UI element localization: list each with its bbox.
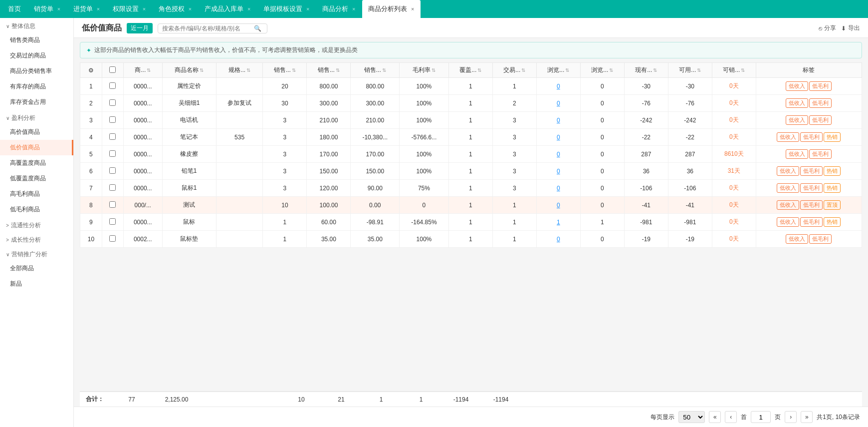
- row-checkbox[interactable]: [109, 150, 116, 157]
- col-code[interactable]: 商...⇅: [124, 63, 162, 78]
- sidebar-item-low-value[interactable]: 低价值商品: [0, 140, 73, 155]
- sidebar-group-growth[interactable]: > 成长性分析: [0, 232, 73, 246]
- export-button[interactable]: ⬇ 导出: [841, 24, 860, 32]
- sidebar-item-stock-funds[interactable]: 库存资金占用: [0, 94, 73, 110]
- col-name[interactable]: 商品名称⇅: [162, 63, 216, 78]
- cell-col11[interactable]: 0: [536, 78, 580, 95]
- sidebar-item-high-value[interactable]: 高价值商品: [0, 124, 73, 140]
- browse-link[interactable]: 0: [557, 185, 560, 192]
- browse-link[interactable]: 0: [557, 134, 560, 141]
- col-trade[interactable]: 交易...⇅: [492, 63, 536, 78]
- close-roles-icon[interactable]: ×: [189, 6, 192, 12]
- cell-checkbox[interactable]: [102, 214, 123, 231]
- cell-checkbox[interactable]: [102, 180, 123, 197]
- nav-product-analysis-list[interactable]: 商品分析列表 ×: [362, 0, 420, 18]
- col-margin[interactable]: 毛利率⇅: [400, 63, 449, 78]
- col-browse2[interactable]: 浏览...⇅: [580, 63, 624, 78]
- sidebar-item-category-sales[interactable]: 商品分类销售率: [0, 63, 73, 79]
- search-input[interactable]: [162, 25, 252, 32]
- browse-link[interactable]: 0: [557, 100, 560, 107]
- sidebar-item-traded-goods[interactable]: 交易过的商品: [0, 48, 73, 63]
- close-purchase-icon[interactable]: ×: [97, 6, 100, 12]
- select-all-checkbox[interactable]: [109, 66, 116, 73]
- cell-col11[interactable]: 0: [536, 231, 580, 248]
- sidebar-item-low-coverage[interactable]: 低覆盖度商品: [0, 171, 73, 186]
- close-permissions-icon[interactable]: ×: [143, 6, 146, 12]
- cell-col11[interactable]: 1: [536, 214, 580, 231]
- sidebar-group-overall[interactable]: ∨ 整体信息: [0, 18, 73, 32]
- next-page-button[interactable]: ›: [785, 411, 797, 423]
- browse-link[interactable]: 0: [557, 151, 560, 158]
- sidebar-item-sales-goods[interactable]: 销售类商品: [0, 32, 73, 48]
- col-browse1[interactable]: 浏览...⇅: [536, 63, 580, 78]
- row-checkbox[interactable]: [109, 82, 116, 89]
- cell-col11[interactable]: 0: [536, 129, 580, 146]
- cell-checkbox[interactable]: [102, 95, 123, 112]
- sidebar-item-all-goods[interactable]: 全部商品: [0, 261, 73, 276]
- sidebar-item-high-margin[interactable]: 高毛利商品: [0, 186, 73, 202]
- cell-checkbox[interactable]: [102, 78, 123, 95]
- first-page-button[interactable]: «: [709, 411, 721, 423]
- cell-checkbox[interactable]: [102, 197, 123, 214]
- nav-purchase[interactable]: 进货单 ×: [67, 0, 106, 18]
- col-checkbox[interactable]: [102, 63, 123, 78]
- close-templates-icon[interactable]: ×: [306, 6, 309, 12]
- browse-link[interactable]: 0: [557, 202, 560, 209]
- cell-col11[interactable]: 0: [536, 197, 580, 214]
- col-spec[interactable]: 规格...⇅: [216, 63, 263, 78]
- cell-checkbox[interactable]: [102, 163, 123, 180]
- col-settings[interactable]: ⚙: [80, 63, 102, 78]
- cell-col11[interactable]: 0: [536, 146, 580, 163]
- nav-permissions[interactable]: 权限设置 ×: [107, 0, 152, 18]
- close-products-in-icon[interactable]: ×: [247, 6, 250, 12]
- row-checkbox[interactable]: [109, 184, 116, 191]
- row-checkbox[interactable]: [109, 99, 116, 106]
- row-checkbox[interactable]: [109, 235, 116, 242]
- col-available-stock[interactable]: 可用...⇅: [668, 63, 712, 78]
- cell-checkbox[interactable]: [102, 146, 123, 163]
- cell-checkbox[interactable]: [102, 112, 123, 129]
- cell-col11[interactable]: 0: [536, 95, 580, 112]
- col-sales-amount[interactable]: 销售...⇅: [307, 63, 351, 78]
- search-icon[interactable]: 🔍: [254, 25, 261, 32]
- cell-checkbox[interactable]: [102, 129, 123, 146]
- nav-product-analysis[interactable]: 商品分析 ×: [316, 0, 361, 18]
- row-checkbox[interactable]: [109, 116, 116, 123]
- sidebar-item-low-margin[interactable]: 低毛利商品: [0, 202, 73, 217]
- sidebar-group-marketing[interactable]: ∨ 营销推广分析: [0, 246, 73, 261]
- browse-link[interactable]: 1: [557, 219, 560, 226]
- nav-home[interactable]: 首页: [2, 0, 27, 18]
- page-number-input[interactable]: [751, 411, 771, 423]
- row-checkbox[interactable]: [109, 201, 116, 208]
- nav-templates[interactable]: 单据模板设置 ×: [257, 0, 315, 18]
- browse-link[interactable]: 0: [557, 168, 560, 175]
- row-checkbox[interactable]: [109, 133, 116, 140]
- last-page-button[interactable]: »: [801, 411, 813, 423]
- cell-col11[interactable]: 0: [536, 163, 580, 180]
- browse-link[interactable]: 0: [557, 83, 560, 90]
- sidebar-item-high-coverage[interactable]: 高覆盖度商品: [0, 155, 73, 171]
- close-product-analysis-list-icon[interactable]: ×: [411, 6, 414, 12]
- col-sales-profit[interactable]: 销售...⇅: [351, 63, 400, 78]
- col-coverage[interactable]: 覆盖...⇅: [448, 63, 492, 78]
- browse-link[interactable]: 0: [557, 236, 560, 243]
- row-checkbox[interactable]: [109, 218, 116, 225]
- nav-products-in[interactable]: 产成品入库单 ×: [199, 0, 256, 18]
- cell-checkbox[interactable]: [102, 231, 123, 248]
- sidebar-group-profit[interactable]: ∨ 盈利分析: [0, 110, 73, 124]
- col-current-stock[interactable]: 现有...⇅: [624, 63, 668, 78]
- sidebar-group-circulation[interactable]: > 流通性分析: [0, 217, 73, 232]
- nav-sales[interactable]: 销货单 ×: [28, 0, 66, 18]
- close-product-analysis-icon[interactable]: ×: [352, 6, 355, 12]
- sidebar-item-new-goods[interactable]: 新品: [0, 276, 73, 292]
- sidebar-item-stock-goods[interactable]: 有库存的商品: [0, 79, 73, 94]
- share-button[interactable]: ⎋ 分享: [819, 24, 836, 32]
- row-checkbox[interactable]: [109, 167, 116, 174]
- prev-page-button[interactable]: ‹: [725, 411, 737, 423]
- cell-col11[interactable]: 0: [536, 112, 580, 129]
- table-container[interactable]: ⚙ 商...⇅ 商品名称⇅ 规格...⇅ 销售...⇅ 销售...⇅ 销售...…: [80, 62, 862, 391]
- cell-col11[interactable]: 0: [536, 180, 580, 197]
- browse-link[interactable]: 0: [557, 117, 560, 124]
- nav-roles[interactable]: 角色授权 ×: [153, 0, 198, 18]
- close-sales-icon[interactable]: ×: [57, 6, 60, 12]
